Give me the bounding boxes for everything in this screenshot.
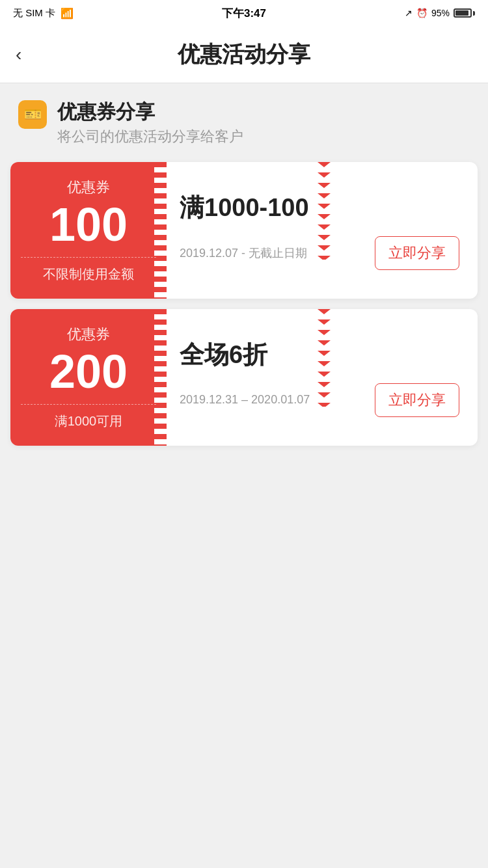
coupon-amount-2: 200 xyxy=(49,348,128,395)
coupon-section-icon: 🎫 xyxy=(18,100,47,129)
coupon-date-1: 2019.12.07 - 无截止日期 xyxy=(180,245,368,261)
location-icon: ↗ xyxy=(405,8,413,18)
status-time: 下午3:47 xyxy=(222,6,266,21)
coupon-share-button-2[interactable]: 立即分享 xyxy=(375,383,459,417)
empty-area xyxy=(0,459,488,849)
nav-bar: ‹ 优惠活动分享 xyxy=(0,26,488,83)
status-bar: 无 SIM 卡 📶 下午3:47 ↗ ⏰ 95% xyxy=(0,0,488,26)
wifi-icon: 📶 xyxy=(61,7,74,20)
coupon-left-1: 优惠券 100 不限制使用金额 xyxy=(10,162,167,299)
coupon-list: 优惠券 100 不限制使用金额 满1000-100 2019.12.07 - 无… xyxy=(0,157,488,459)
alarm-icon: ⏰ xyxy=(416,8,427,18)
coupon-label-2: 优惠券 xyxy=(67,325,110,344)
svg-rect-2 xyxy=(318,162,331,260)
coupon-divider-line-1 xyxy=(21,257,156,258)
coupon-amount-1: 100 xyxy=(49,201,128,248)
section-header: 🎫 优惠券分享 将公司的优惠活动分享给客户 xyxy=(0,83,488,157)
section-text: 优惠券分享 将公司的优惠活动分享给客户 xyxy=(57,99,243,146)
status-right: ↗ ⏰ 95% xyxy=(405,8,475,18)
battery-percent: 95% xyxy=(431,8,450,18)
carrier-label: 无 SIM 卡 xyxy=(13,7,55,20)
back-button[interactable]: ‹ xyxy=(16,46,21,64)
section-title: 优惠券分享 xyxy=(57,99,243,124)
page-title: 优惠活动分享 xyxy=(178,40,310,70)
coupon-share-button-1[interactable]: 立即分享 xyxy=(375,236,459,270)
coupon-divider-line-2 xyxy=(21,404,156,405)
jagged-edge-2 xyxy=(318,309,331,407)
coupon-condition-1: 不限制使用金额 xyxy=(43,265,134,283)
coupon-left-2: 优惠券 200 满1000可用 xyxy=(10,309,167,446)
coupon-condition-2: 满1000可用 xyxy=(55,413,123,430)
section-subtitle: 将公司的优惠活动分享给客户 xyxy=(57,127,243,146)
coupon-item-1: 优惠券 100 不限制使用金额 满1000-100 2019.12.07 - 无… xyxy=(10,162,478,299)
status-left: 无 SIM 卡 📶 xyxy=(13,7,74,20)
battery-icon xyxy=(454,8,475,18)
coupon-date-2: 2019.12.31 – 2020.01.07 xyxy=(180,393,368,407)
svg-rect-5 xyxy=(318,309,331,407)
coupon-label-1: 优惠券 xyxy=(67,178,110,197)
coupon-item-2: 优惠券 200 满1000可用 全场6折 2019.12.31 – 2020.0… xyxy=(10,309,478,446)
jagged-edge-1 xyxy=(318,162,331,260)
